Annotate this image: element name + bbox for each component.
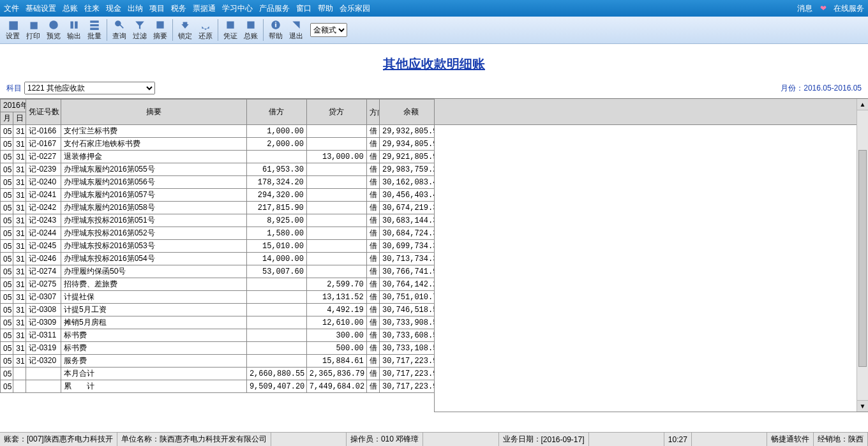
toolbar-帮助[interactable]: 帮助 [266,17,286,43]
header-credit: 贷方 [306,100,366,125]
table-row[interactable]: 0531记-0308计提5月工资4,492.19借30,746,518.53 [1,304,434,316]
table-row[interactable]: 0531记-0166支付宝兰标书费1,000.00借29,932,805.94 [1,125,434,138]
toolbar-icon [154,19,166,31]
table-row[interactable]: 0531记-0319标书费500.00借30,733,108.53 [1,342,434,355]
header-day: 日 [13,112,26,125]
toolbar-打印[interactable]: 打印 [23,17,43,43]
header-debit: 借方 [246,100,306,125]
toolbar-退出[interactable]: 退出 [286,17,306,43]
grid-header: 2016年 凭证号数 摘要 借方 贷方 方向 余额 月 日 [1,100,434,125]
toolbar-icon [7,19,19,31]
toolbar-查询[interactable]: 查询 [109,17,130,43]
menu-online-service[interactable]: 在线服务 [834,4,864,13]
toolbar-icon [290,19,302,31]
toolbar-icon [68,19,80,31]
menu-item-9[interactable]: 学习中心 [222,4,253,13]
toolbar-icon [114,19,125,31]
table-row[interactable]: 0531记-0243办理城东投标2016第051号8,925.00借30,683… [1,214,434,227]
scroll-up-icon[interactable]: ▲ [857,99,868,110]
table-row[interactable]: 0531记-0275招待费、差旅费2,599.70借30,764,142.24 [1,278,434,291]
table-row[interactable]: 0531记-0274办理履约保函50号53,007.60借30,766,741.… [1,265,434,278]
toolbar-icon [270,19,281,31]
toolbar-批量[interactable]: 批量 [84,17,105,43]
menu-item-3[interactable]: 往来 [84,4,100,13]
menu-item-7[interactable]: 税务 [171,4,186,13]
header-direction: 方向 [366,100,379,125]
amount-mode-select[interactable]: 金额式 [310,23,347,37]
table-row[interactable]: 0531记-0246办理城东投标2016第054号14,000.00借30,71… [1,253,434,265]
toolbar: 设置打印预览输出批量查询过滤摘要锁定还原凭证总账帮助退出 金额式 [0,17,868,44]
table-row[interactable]: 0531记-0245办理城东投标2016第053号15,010.00借30,69… [1,240,434,253]
toolbar-还原[interactable]: 还原 [195,17,216,43]
menu-item-5[interactable]: 出纳 [128,4,143,13]
table-row[interactable]: 0531记-0241办理城东履约2016第057号294,320.00借30,4… [1,189,434,202]
menubar-right: 消息 ❤ 在线服务 [792,3,864,14]
period-display: 月份：2016.05-2016.05 [781,83,862,94]
period-value: 2016.05-2016.05 [804,84,862,93]
toolbar-输出[interactable]: 输出 [64,17,84,43]
account-select[interactable]: 1221 其他应收款 [24,82,155,94]
grid-blank-area: ▲ ▼ [434,99,869,412]
report-title-area: 其他应收款明细账 [0,44,868,79]
table-row[interactable]: 0531记-0240办理城东履约2016第056号178,324.20借30,1… [1,176,434,189]
toolbar-icon [27,19,39,31]
menu-item-11[interactable]: 窗口 [296,4,311,13]
grid-wrap: 2016年 凭证号数 摘要 借方 贷方 方向 余额 月 日 0531记-0166… [0,98,868,412]
menu-item-8[interactable]: 票据通 [193,4,216,13]
ledger-grid: 2016年 凭证号数 摘要 借方 贷方 方向 余额 月 日 0531记-0166… [0,99,434,393]
menu-item-0[interactable]: 文件 [4,4,19,13]
toolbar-过滤[interactable]: 过滤 [130,17,150,43]
menu-item-12[interactable]: 帮助 [318,4,333,13]
grid-blank-header [435,99,869,125]
grid-body: 0531记-0166支付宝兰标书费1,000.00借29,932,805.940… [1,125,434,393]
vertical-scrollbar[interactable]: ▲ ▼ [857,99,868,412]
header-balance: 余额 [379,100,433,125]
account-label: 科目 [6,83,22,94]
table-row[interactable]: 0531记-0311标书费300.00借30,733,608.53 [1,329,434,342]
filter-row: 科目 1221 其他应收款 月份：2016.05-2016.05 [0,79,868,98]
menu-item-13[interactable]: 会乐家园 [340,4,370,13]
table-row[interactable]: 0531记-0320服务费15,884.61借30,717,223.92 [1,355,434,368]
toolbar-icon [48,19,59,31]
heart-icon: ❤ [820,4,827,13]
header-voucher: 凭证号数 [26,100,61,125]
table-row[interactable]: 0531记-0307计提社保13,131.52借30,751,010.72 [1,291,434,304]
table-row[interactable]: 05本月合计2,660,880.552,365,836.79借30,717,22… [1,368,434,380]
toolbar-icon [245,19,257,31]
period-label: 月份： [781,84,804,93]
scroll-thumb[interactable] [858,150,867,367]
toolbar-设置[interactable]: 设置 [3,17,23,43]
menu-item-6[interactable]: 项目 [149,4,165,13]
grid-scroll: 2016年 凭证号数 摘要 借方 贷方 方向 余额 月 日 0531记-0166… [0,99,434,412]
account-filter: 科目 1221 其他应收款 [6,82,155,94]
toolbar-凭证[interactable]: 凭证 [220,17,241,43]
header-summary: 摘要 [61,100,246,125]
toolbar-摘要[interactable]: 摘要 [150,17,170,43]
table-row[interactable]: 0531记-0239办理城东履约2016第055号61,953.30借29,98… [1,163,434,176]
toolbar-icon [89,19,100,31]
report-title[interactable]: 其他应收款明细账 [383,57,485,71]
menubar-left: 文件基础设置总账往来现金出纳项目税务票据通学习中心产品服务窗口帮助会乐家园 [4,3,377,14]
table-row[interactable]: 0531记-0242办理城东履约2016第058号217,815.90借30,6… [1,202,434,214]
table-row[interactable]: 0531记-0227退装修押金13,000.00借29,921,805.94 [1,151,434,163]
menubar: 文件基础设置总账往来现金出纳项目税务票据通学习中心产品服务窗口帮助会乐家园 消息… [0,0,868,17]
menu-messages[interactable]: 消息 [797,4,812,13]
menu-item-4[interactable]: 现金 [106,4,121,13]
toolbar-锁定[interactable]: 锁定 [175,17,195,43]
header-year: 2016年 [1,100,26,112]
table-row[interactable]: 05累 计9,509,407.207,449,684.02借30,717,223… [1,380,434,393]
toolbar-buttons: 设置打印预览输出批量查询过滤摘要锁定还原凭证总账帮助退出 [3,17,306,43]
menu-item-10[interactable]: 产品服务 [259,4,290,13]
header-month: 月 [1,112,13,125]
toolbar-总账[interactable]: 总账 [241,17,261,43]
menu-item-1[interactable]: 基础设置 [26,4,56,13]
toolbar-icon [134,19,146,31]
toolbar-预览[interactable]: 预览 [43,17,64,43]
menu-item-2[interactable]: 总账 [63,4,78,13]
toolbar-icon [200,19,211,31]
table-row[interactable]: 0531记-0244办理城东投标2016第052号1,580.00借30,684… [1,227,434,240]
scroll-down-icon[interactable]: ▼ [857,400,868,412]
table-row[interactable]: 0531记-0167支付石家庄地铁标书费2,000.00借29,934,805.… [1,138,434,151]
table-row[interactable]: 0531记-0309摊销5月房租12,610.00借30,733,908.53 [1,316,434,329]
amount-mode-combo[interactable]: 金额式 [310,23,347,37]
